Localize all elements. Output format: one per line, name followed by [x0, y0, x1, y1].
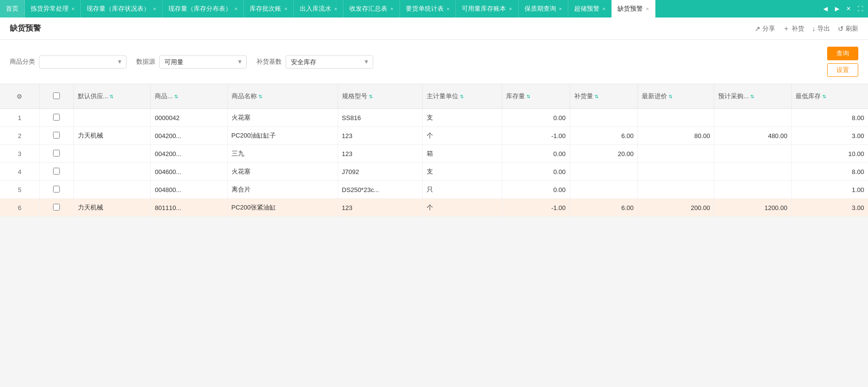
cell-replenish [570, 181, 638, 199]
cell-spec: DS250*23c... [338, 181, 423, 199]
th-replenish[interactable]: 补货量 ⇅ [570, 84, 638, 109]
export-button[interactable]: ↓ 导出 [812, 24, 830, 33]
sort-latest-price-icon: ⇅ [669, 94, 672, 99]
tab-demand-stat[interactable]: 要货单统计表 × [400, 0, 456, 18]
tab-close-shortage-warning[interactable]: × [646, 6, 649, 12]
replenish-basis-select[interactable]: 安全库存 [286, 55, 373, 69]
cell-spec: 123 [338, 145, 423, 163]
category-label: 商品分类 [10, 57, 35, 66]
replenish-basis-select-wrapper: 安全库存 ▼ [286, 55, 373, 69]
cell-check[interactable] [39, 163, 73, 181]
th-stock[interactable]: 库存量 ⇅ [502, 84, 570, 109]
cell-rownum: 6 [0, 199, 39, 217]
cell-name: 离合片 [227, 181, 338, 199]
tab-collect-summary[interactable]: 收发存汇总表 × [344, 0, 399, 18]
tab-close-stock-dist[interactable]: × [235, 6, 237, 12]
tab-home[interactable]: 首页 [0, 0, 25, 18]
tab-close-batch-account[interactable]: × [284, 6, 287, 12]
cell-spec: 123 [338, 127, 423, 145]
row-checkbox[interactable] [53, 186, 60, 193]
share-button[interactable]: ↗ 分享 [755, 24, 775, 33]
tab-close-inout-flow[interactable]: × [334, 6, 337, 12]
replenish-button[interactable]: ＋ 补货 [783, 24, 804, 33]
cell-unit: 支 [423, 163, 502, 181]
tab-close-overstock-warning[interactable]: × [602, 6, 605, 12]
tab-shortage-warning[interactable]: 缺货预警 × [612, 0, 655, 18]
tab-close-collect-summary[interactable]: × [390, 6, 393, 12]
gear-icon[interactable]: ⚙ [12, 89, 27, 104]
th-min-stock[interactable]: 最低库存 ⇅ [792, 84, 868, 109]
tab-stock-dist[interactable]: 现存量（库存分布表） × [163, 0, 244, 18]
tab-abnormal[interactable]: 拣货异常处理 × [25, 0, 81, 18]
tab-prev-button[interactable]: ◀ [819, 3, 831, 15]
cell-stock: -1.00 [502, 199, 570, 217]
cell-replenish [570, 163, 638, 181]
tab-overstock-warning[interactable]: 超储预警 × [568, 0, 612, 18]
tab-bar: 首页 拣货异常处理 × 现存量（库存状况表） × 现存量（库存分布表） × 库存… [0, 0, 868, 18]
th-code[interactable]: 商品... ⇅ [151, 84, 227, 109]
row-checkbox[interactable] [53, 132, 60, 139]
cell-check[interactable] [39, 145, 73, 163]
cell-min-stock: 1.00 [792, 181, 868, 199]
tab-next-button[interactable]: ▶ [831, 3, 843, 15]
th-spec[interactable]: 规格型号 ⇅ [338, 84, 423, 109]
cell-rownum: 2 [0, 127, 39, 145]
tab-inout-flow[interactable]: 出入库流水 × [294, 0, 344, 18]
cell-unit: 个 [423, 127, 502, 145]
tab-expand-button[interactable]: ⛶ [854, 3, 866, 15]
page-title: 缺货预警 [10, 23, 41, 34]
filter-action-buttons: 查询 设置 [827, 47, 858, 77]
datasource-select-wrapper: 可用量 ▼ [159, 55, 247, 69]
th-est-purchase[interactable]: 预计采购... ⇅ [714, 84, 792, 109]
table-row: 6 力天机械 801110... PC200张紧油缸 123 个 -1.00 6… [0, 199, 868, 217]
cell-check[interactable] [39, 181, 73, 199]
select-all-checkbox[interactable] [53, 92, 60, 99]
row-checkbox[interactable] [53, 114, 60, 121]
datasource-select[interactable]: 可用量 [159, 55, 247, 69]
sort-replenish-icon: ⇅ [595, 94, 598, 99]
replenish-basis-label: 补货基数 [256, 57, 282, 66]
cell-min-stock: 3.00 [792, 199, 868, 217]
cell-replenish: 6.00 [570, 199, 638, 217]
th-checkbox[interactable] [39, 84, 73, 109]
cell-check[interactable] [39, 109, 73, 127]
cell-check[interactable] [39, 199, 73, 217]
page-header: 缺货预警 ↗ 分享 ＋ 补货 ↓ 导出 ↺ 刷新 [0, 18, 868, 40]
cell-latest-price: 80.00 [638, 127, 714, 145]
row-checkbox[interactable] [53, 168, 60, 175]
tab-available-ledger[interactable]: 可用量库存账本 × [456, 0, 518, 18]
tab-close-available-ledger[interactable]: × [509, 6, 512, 12]
th-supplier[interactable]: 默认供应... ⇅ [73, 84, 151, 109]
query-button[interactable]: 查询 [827, 47, 858, 60]
shortage-table: ⚙ 默认供应... ⇅ 商品... ⇅ [0, 84, 868, 217]
cell-check[interactable] [39, 127, 73, 145]
cell-min-stock: 8.00 [792, 109, 868, 127]
th-latest-price[interactable]: 最新进价 ⇅ [638, 84, 714, 109]
refresh-icon: ↺ [838, 25, 844, 33]
sort-name-icon: ⇅ [258, 94, 262, 99]
th-gear[interactable]: ⚙ [0, 84, 39, 109]
tab-nav-buttons: ◀ ▶ ✕ ⛶ [817, 3, 868, 15]
th-name[interactable]: 商品名称 ⇅ [227, 84, 338, 109]
cell-supplier [73, 145, 151, 163]
cell-code: 004800... [151, 181, 227, 199]
cell-rownum: 4 [0, 163, 39, 181]
tab-expiry-query[interactable]: 保质期查询 × [519, 0, 568, 18]
cell-min-stock: 10.00 [792, 145, 868, 163]
tab-close-demand-stat[interactable]: × [447, 6, 450, 12]
tab-close-expiry-query[interactable]: × [559, 6, 562, 12]
cell-replenish [570, 109, 638, 127]
tab-close-stock-status[interactable]: × [153, 6, 156, 12]
th-unit[interactable]: 主计量单位 ⇅ [423, 84, 502, 109]
row-checkbox[interactable] [53, 204, 60, 211]
cell-code: 801110... [151, 199, 227, 217]
tab-stock-status[interactable]: 现存量（库存状况表） × [81, 0, 162, 18]
tab-close-abnormal[interactable]: × [72, 6, 74, 12]
settings-button[interactable]: 设置 [827, 63, 858, 77]
tab-batch-account[interactable]: 库存批次账 × [244, 0, 293, 18]
cell-est-purchase: 1200.00 [714, 199, 792, 217]
refresh-button[interactable]: ↺ 刷新 [838, 24, 858, 33]
tab-close-all-button[interactable]: ✕ [843, 3, 854, 15]
row-checkbox[interactable] [53, 150, 60, 157]
category-select[interactable] [39, 55, 127, 69]
